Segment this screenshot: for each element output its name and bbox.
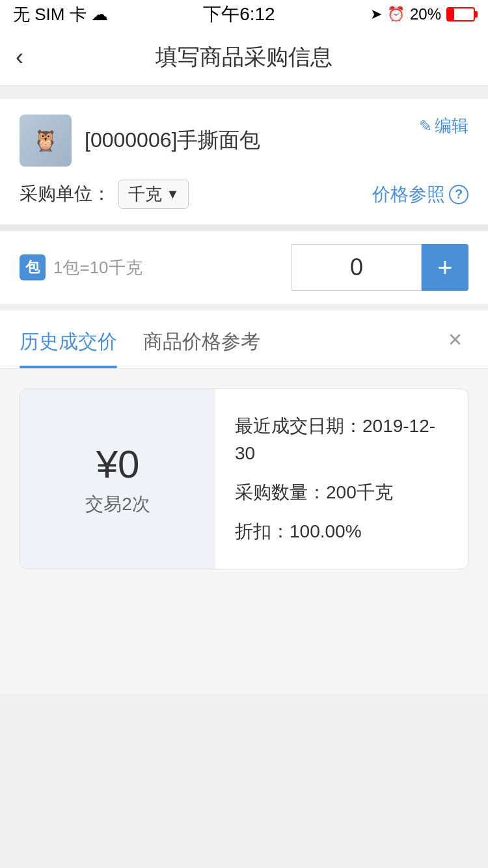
battery-icon — [446, 7, 475, 21]
price-right-panel: 最近成交日期：2019-12-30 采购数量：200千克 折扣：100.00% — [215, 389, 468, 569]
alarm-icon: ⏰ — [387, 6, 405, 23]
price-amount: ¥0 — [96, 442, 140, 487]
product-bottom-row: 采购单位： 千克 ▼ 价格参照 ? — [20, 180, 468, 209]
status-right: ➤ ⏰ 20% — [370, 5, 475, 23]
nav-icon: ➤ — [370, 6, 382, 23]
nav-bar: ‹ 填写商品采购信息 — [0, 29, 488, 86]
price-left-panel: ¥0 交易2次 — [20, 389, 215, 569]
status-time: 下午6:12 — [203, 2, 275, 27]
price-transactions: 交易2次 — [85, 492, 150, 517]
product-thumbnail: 🦉 — [20, 115, 72, 167]
edit-button[interactable]: ✎ 编辑 — [419, 115, 468, 137]
tab-price-reference[interactable]: 商品价格参考 — [143, 310, 260, 368]
sim-wifi-text: 无 SIM 卡 ☁ — [13, 3, 108, 26]
unit-info: 包 1包=10千克 — [20, 254, 142, 280]
unit-badge: 包 — [20, 254, 46, 280]
price-record-card: ¥0 交易2次 最近成交日期：2019-12-30 采购数量：200千克 折扣：… — [20, 388, 468, 569]
price-qty-row: 采购数量：200千克 — [235, 479, 448, 506]
product-logo: 🦉 — [33, 130, 59, 151]
unit-group: 采购单位： 千克 ▼ — [20, 180, 189, 209]
product-left: 🦉 [0000006]手撕面包 — [20, 115, 260, 167]
quantity-input-group: + — [291, 244, 468, 291]
tabs-left: 历史成交价 商品价格参考 — [20, 310, 260, 368]
unit-label: 采购单位： — [20, 183, 111, 204]
status-bar: 无 SIM 卡 ☁ 下午6:12 ➤ ⏰ 20% — [0, 0, 488, 29]
unit-value: 千克 — [128, 183, 162, 206]
unit-dropdown[interactable]: 千克 ▼ — [118, 180, 189, 209]
currency-symbol: ¥ — [96, 442, 118, 486]
date-label: 最近成交日期： — [235, 416, 362, 436]
page-title: 填写商品采购信息 — [156, 42, 332, 72]
quantity-input[interactable] — [291, 244, 422, 291]
price-reference-button[interactable]: 价格参照 ? — [372, 182, 468, 207]
tabs-bar: 历史成交价 商品价格参考 × — [0, 310, 488, 369]
status-left: 无 SIM 卡 ☁ — [13, 3, 108, 26]
product-card: 🦉 [0000006]手撕面包 ✎ 编辑 采购单位： 千克 ▼ 价格参照 ? — [0, 99, 488, 224]
battery-percentage: 20% — [410, 5, 441, 23]
discount-value: 100.00% — [290, 521, 362, 541]
back-button[interactable]: ‹ — [16, 44, 23, 71]
quantity-row: 包 1包=10千克 + — [0, 231, 488, 304]
dropdown-arrow-icon: ▼ — [166, 187, 179, 202]
price-ref-label: 价格参照 — [372, 182, 445, 207]
edit-label: 编辑 — [435, 115, 468, 137]
conversion-text: 1包=10千克 — [53, 256, 142, 279]
section-divider — [0, 224, 488, 231]
amount-value: 0 — [118, 442, 139, 486]
edit-icon: ✎ — [419, 117, 432, 135]
discount-label: 折扣： — [235, 521, 290, 541]
help-icon: ? — [449, 185, 468, 204]
plus-button[interactable]: + — [422, 244, 468, 291]
qty-value: 200千克 — [326, 482, 393, 502]
product-top-row: 🦉 [0000006]手撕面包 ✎ 编辑 — [20, 115, 468, 167]
price-date-row: 最近成交日期：2019-12-30 — [235, 413, 448, 467]
tab-history-price[interactable]: 历史成交价 — [20, 310, 117, 368]
price-discount-row: 折扣：100.00% — [235, 518, 448, 545]
product-name: [0000006]手撕面包 — [85, 126, 260, 155]
history-content: ¥0 交易2次 最近成交日期：2019-12-30 采购数量：200千克 折扣：… — [0, 369, 488, 694]
qty-label: 采购数量： — [235, 482, 326, 502]
tab-close-button[interactable]: × — [442, 319, 468, 360]
